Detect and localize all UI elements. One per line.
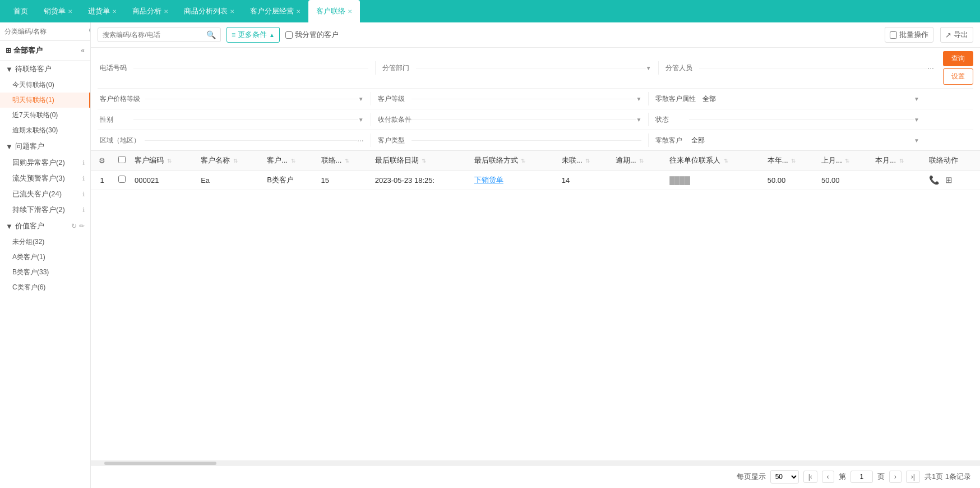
- gender-label: 性别: [100, 115, 133, 125]
- sidebar-item-today[interactable]: 今天待联络(0): [0, 77, 90, 93]
- sidebar-item-lost[interactable]: 已流失客户(24) ℹ: [0, 186, 90, 202]
- my-customers-check[interactable]: [285, 31, 293, 39]
- info-icon[interactable]: ℹ: [82, 191, 85, 198]
- th-unlink-days[interactable]: 未联... ⇅: [557, 151, 611, 171]
- sidebar-item-tomorrow[interactable]: 明天待联络(1): [0, 93, 90, 108]
- first-page-btn[interactable]: |‹: [803, 471, 817, 483]
- info-icon[interactable]: ℹ: [82, 159, 85, 167]
- sidebar-item-a-class[interactable]: A类客户(1): [0, 250, 90, 265]
- gear-icon[interactable]: ⚙: [99, 156, 105, 165]
- sidebar-all-customers[interactable]: ⊞ 全部客户 «: [0, 41, 90, 61]
- sidebar-item-overdue[interactable]: 逾期未联络(30): [0, 123, 90, 138]
- caret-down-icon[interactable]: ▼: [636, 96, 641, 102]
- sidebar-group-problem: ▼ 问题客户 回购异常客户(2) ℹ 流失预警客户(3) ℹ 已流失客户(24)…: [0, 138, 90, 218]
- th-this-month[interactable]: 本月... ⇅: [871, 151, 924, 171]
- th-overdue[interactable]: 逾期... ⇅: [611, 151, 665, 171]
- toolbar-right: 批量操作 ↗ 导出: [885, 27, 973, 43]
- value-group-header[interactable]: ▼ 价值客户 ↻ ✏: [0, 218, 90, 234]
- phone-action-icon[interactable]: 📞: [929, 175, 940, 185]
- filter-retail-customer: 零散客户 全部 ▼: [653, 135, 922, 146]
- sidebar-item-c-class[interactable]: C类客户(6): [0, 280, 90, 295]
- filter-btn[interactable]: ≡ 更多条件 ▲: [226, 27, 280, 43]
- query-button[interactable]: 查询: [943, 51, 973, 66]
- th-customer-type[interactable]: 客户... ⇅: [262, 151, 316, 171]
- batch-check[interactable]: [890, 31, 897, 39]
- dots-icon[interactable]: ···: [357, 136, 364, 145]
- per-page-select[interactable]: 50 100: [770, 470, 799, 484]
- sidebar-item-ungrouped[interactable]: 未分组(32): [0, 234, 90, 250]
- next-page-btn[interactable]: ›: [889, 471, 902, 483]
- filter-payment: 收付款条件 ▼: [376, 114, 644, 126]
- edit-icon[interactable]: ✏: [79, 222, 85, 230]
- close-icon[interactable]: ✕: [348, 8, 352, 15]
- qr-action-icon[interactable]: ⊞: [945, 175, 953, 185]
- sidebar-search-input[interactable]: [4, 27, 89, 35]
- sidebar-item-declining[interactable]: 持续下滑客户(2) ℹ: [0, 202, 90, 218]
- sidebar-item-b-class[interactable]: B类客户(33): [0, 265, 90, 280]
- export-btn[interactable]: ↗ 导出: [940, 27, 973, 43]
- select-all-checkbox[interactable]: [118, 156, 126, 163]
- caret-down-icon[interactable]: ▼: [358, 96, 364, 102]
- filter-gender: 性别 ▼: [98, 114, 366, 126]
- batch-btn[interactable]: 批量操作: [885, 27, 933, 43]
- page-input[interactable]: [850, 471, 873, 483]
- th-contact[interactable]: 联络... ⇅: [317, 151, 371, 171]
- sort-icon: ⇅: [639, 158, 644, 164]
- search-box: 🔍: [98, 27, 221, 42]
- row-customer-type: B类客户: [262, 171, 316, 190]
- my-customers-checkbox[interactable]: 我分管的客户: [285, 30, 339, 40]
- close-icon[interactable]: ✕: [230, 8, 234, 15]
- row-last-method[interactable]: 下销货单: [470, 171, 557, 190]
- last-page-btn[interactable]: ›|: [906, 471, 920, 483]
- close-icon[interactable]: ✕: [164, 8, 168, 15]
- set-button[interactable]: 设置: [943, 68, 973, 85]
- close-icon[interactable]: ✕: [112, 8, 117, 15]
- search-icon[interactable]: 🔍: [206, 30, 216, 39]
- refresh-icon[interactable]: ↻: [71, 222, 77, 230]
- row-select-checkbox[interactable]: [118, 176, 126, 183]
- sidebar-item-7days[interactable]: 近7天待联络(0): [0, 108, 90, 123]
- info-icon[interactable]: ℹ: [82, 206, 85, 214]
- th-last-date[interactable]: 最后联络日期 ⇅: [371, 151, 470, 171]
- th-name[interactable]: 客户名称 ⇅: [196, 151, 262, 171]
- caret-down-icon[interactable]: ▼: [646, 65, 651, 71]
- th-code[interactable]: 客户编码 ⇅: [130, 151, 196, 171]
- collapse-icon[interactable]: «: [81, 47, 85, 54]
- caret-down-icon[interactable]: ▼: [914, 117, 919, 123]
- prev-page-btn[interactable]: ‹: [822, 471, 834, 483]
- th-last-month[interactable]: 上月... ⇅: [817, 151, 871, 171]
- nav-tab-2[interactable]: 商品分析 ✕: [124, 0, 176, 22]
- nav-tab-5[interactable]: 客户联络 ✕: [308, 0, 360, 22]
- area-label: 区域（地区）: [100, 136, 145, 145]
- close-icon[interactable]: ✕: [68, 8, 72, 15]
- th-contact-person[interactable]: 往来单位联系人 ⇅: [665, 151, 763, 171]
- h-scroll-thumb[interactable]: [104, 462, 216, 465]
- info-icon[interactable]: ℹ: [82, 175, 85, 182]
- caret-down-icon[interactable]: ▼: [914, 96, 919, 102]
- nav-home[interactable]: 首页: [6, 0, 36, 22]
- dots-icon[interactable]: ···: [927, 63, 934, 72]
- pending-group-header[interactable]: ▼ 待联络客户: [0, 61, 90, 77]
- row-code: 000021: [130, 171, 196, 190]
- nav-tab-0[interactable]: 销货单 ✕: [36, 0, 80, 22]
- sidebar-item-abnormal[interactable]: 回购异常客户(2) ℹ: [0, 155, 90, 171]
- nav-tab-1[interactable]: 进货单 ✕: [80, 0, 124, 22]
- row-checkbox[interactable]: [113, 171, 130, 190]
- problem-group-header[interactable]: ▼ 问题客户: [0, 138, 90, 155]
- nav-tab-3[interactable]: 商品分析列表 ✕: [176, 0, 242, 22]
- caret-down-icon[interactable]: ▼: [914, 137, 919, 144]
- caret-down-icon[interactable]: ▼: [636, 117, 641, 123]
- filter-retail-attr: 零散客户属性 全部 ▼: [653, 93, 922, 105]
- row-contact-person: ████: [665, 171, 763, 190]
- problem-label: 问题客户: [15, 141, 44, 151]
- filter-row-2: 客户价格等级 ▼ 客户等级 ▼ 零散客户属性 全部 ▼: [98, 92, 973, 109]
- search-input[interactable]: [103, 31, 206, 39]
- caret-down-icon[interactable]: ▼: [358, 117, 364, 123]
- customer-type-label: 客户类型: [378, 136, 412, 145]
- th-this-year[interactable]: 本年... ⇅: [763, 151, 817, 171]
- sidebar-item-lostwarning[interactable]: 流失预警客户(3) ℹ: [0, 171, 90, 186]
- pagination-bar: 每页显示 50 100 |‹ ‹ 第 页 › ›| 共1页 1条记录: [91, 465, 980, 488]
- nav-tab-4[interactable]: 客户分层经营 ✕: [242, 0, 308, 22]
- th-last-method[interactable]: 最后联络方式 ⇅: [470, 151, 557, 171]
- close-icon[interactable]: ✕: [296, 8, 301, 15]
